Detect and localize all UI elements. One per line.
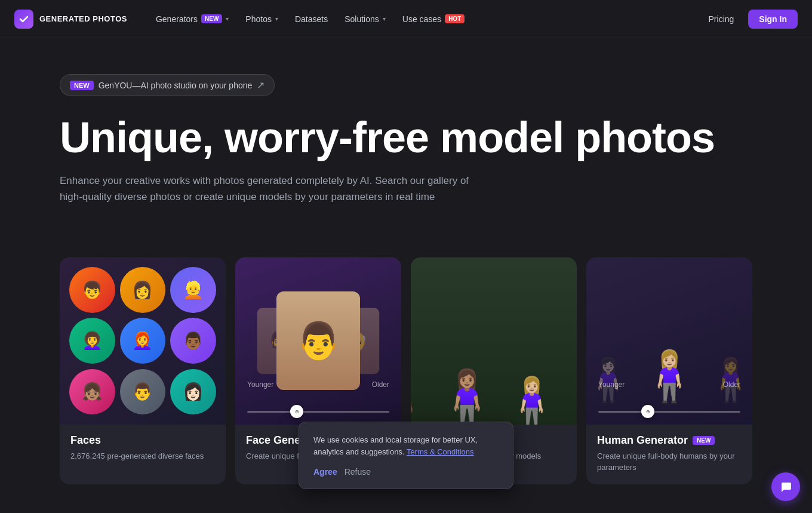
card-faces-title: Faces xyxy=(70,434,215,447)
nav-links: Generators New ▾ Photos ▾ Datasets Solut… xyxy=(149,10,699,29)
cookie-text: We use cookies and local storage for bet… xyxy=(313,434,499,457)
chat-widget-button[interactable] xyxy=(771,472,800,501)
human-gen-slider-thumb: ⊕ xyxy=(641,405,654,418)
human-gen-age-older: Older xyxy=(723,380,740,389)
age-slider[interactable]: Younger Older ⊕ xyxy=(235,411,401,413)
card-face-gen-image: 🧔 👨 👴 Younger Older ⊕ xyxy=(235,257,401,425)
nav-right: Pricing Sign In xyxy=(699,10,798,29)
age-label-younger: Younger xyxy=(247,380,273,389)
card-human-gen-info: Human Generator New Create unique full-b… xyxy=(586,425,752,484)
cookie-refuse-button[interactable]: Refuse xyxy=(345,467,371,477)
face-avatar-7: 👧🏽 xyxy=(69,369,115,415)
human-fig-left: 🧍🏻‍♀️ xyxy=(586,359,634,401)
card-faces-desc: 2,676,245 pre-generated diverse faces xyxy=(70,450,215,462)
pricing-button[interactable]: Pricing xyxy=(699,10,744,29)
hero-badge-text: GenYOU—AI photo studio on your phone xyxy=(99,81,253,90)
age-slider-track: ⊕ xyxy=(247,411,389,413)
hero-badge-link[interactable]: New GenYOU—AI photo studio on your phone… xyxy=(60,74,275,96)
age-label-older: Older xyxy=(372,380,389,389)
face-avatar-2: 👩 xyxy=(120,267,166,313)
cookie-buttons: Agree Refuse xyxy=(313,467,499,477)
nav-item-photos[interactable]: Photos ▾ xyxy=(238,10,285,29)
nav-solutions-chevron-icon: ▾ xyxy=(383,16,386,22)
fashion-fig-3: 🧍🏼‍♀️ xyxy=(503,282,561,425)
nav-generators-label: Generators xyxy=(156,14,198,24)
card-human-gen-desc: Create unique full-body humans by your p… xyxy=(597,450,742,474)
hero-badge-new-label: New xyxy=(70,81,94,90)
card-human-gen-image: 🧍🏻‍♀️ 🧍🏼‍♀️ 🧍‍♀️ Younger Older ⊕ xyxy=(586,257,752,425)
card-faces[interactable]: 👦 👩 👱 👩‍🦱 👩‍🦰 👨🏾 👧🏽 👨 👩🏻 Faces 2,676,245… xyxy=(60,257,226,484)
human-fig-right: 🧍‍♀️ xyxy=(705,359,752,401)
human-gen-age-younger: Younger xyxy=(598,380,625,389)
nav-item-solutions[interactable]: Solutions ▾ xyxy=(337,10,393,29)
cookie-banner: We use cookies and local storage for bet… xyxy=(299,422,513,489)
face-avatar-5: 👩‍🦰 xyxy=(120,318,166,364)
signin-button[interactable]: Sign In xyxy=(748,10,798,29)
card-fashion-image: 🧍🏿‍♂️ 🧍🏽‍♀️ 🧍🏼‍♀️ 🧍‍♂️ xyxy=(411,257,577,425)
face-avatar-3: 👱 xyxy=(170,267,216,313)
face-gen-main: 👨 xyxy=(276,291,360,390)
card-human-gen-badge: New xyxy=(693,436,715,445)
hero-section: New GenYOU—AI photo studio on your phone… xyxy=(0,38,812,257)
human-gen-slider-track: ⊕ xyxy=(598,411,740,413)
cookie-terms-link[interactable]: Terms & Conditions xyxy=(407,447,474,456)
face-avatar-8: 👨 xyxy=(120,369,166,415)
logo[interactable]: GENERATED PHOTOS xyxy=(14,10,127,29)
card-human-gen-title: Human Generator New xyxy=(597,434,742,447)
face-avatar-1: 👦 xyxy=(69,267,115,313)
fashion-fig-1: 🧍🏿‍♂️ xyxy=(411,282,431,425)
human-gen-age-slider[interactable]: Younger Older ⊕ xyxy=(586,411,752,413)
hero-subtitle: Enhance your creative works with photos … xyxy=(60,173,478,205)
nav-use-cases-badge: Hot xyxy=(445,14,465,23)
fashion-fig-2: 🧍🏽‍♀️ xyxy=(433,257,500,425)
nav-item-datasets[interactable]: Datasets xyxy=(288,10,335,29)
nav-photos-label: Photos xyxy=(245,14,272,24)
card-faces-image: 👦 👩 👱 👩‍🦱 👩‍🦰 👨🏾 👧🏽 👨 👩🏻 xyxy=(60,257,226,425)
nav-photos-chevron-icon: ▾ xyxy=(275,16,278,22)
nav-item-use-cases[interactable]: Use cases Hot xyxy=(395,10,472,29)
age-slider-thumb: ⊕ xyxy=(290,405,303,418)
brand-name: GENERATED PHOTOS xyxy=(39,14,127,23)
human-fig-center: 🧍🏼‍♀️ xyxy=(639,352,700,401)
nav-generators-chevron-icon: ▾ xyxy=(226,16,229,22)
navbar: GENERATED PHOTOS Generators New ▾ Photos… xyxy=(0,0,812,38)
human-gen-figures: 🧍🏻‍♀️ 🧍🏼‍♀️ 🧍‍♀️ xyxy=(586,257,752,425)
nav-item-generators[interactable]: Generators New ▾ xyxy=(149,10,236,29)
fashion-fig-4: 🧍‍♂️ xyxy=(563,282,577,425)
hero-badge-arrow-icon: ↗ xyxy=(257,79,264,91)
hero-title: Unique, worry-free model photos xyxy=(60,115,752,161)
logo-icon xyxy=(14,10,33,29)
cookie-agree-button[interactable]: Agree xyxy=(313,467,337,477)
face-avatar-6: 👨🏾 xyxy=(170,318,216,364)
nav-datasets-label: Datasets xyxy=(295,14,328,24)
card-human-generator[interactable]: 🧍🏻‍♀️ 🧍🏼‍♀️ 🧍‍♀️ Younger Older ⊕ xyxy=(586,257,752,484)
card-faces-info: Faces 2,676,245 pre-generated diverse fa… xyxy=(60,425,226,473)
nav-generators-badge: New xyxy=(201,14,222,23)
nav-use-cases-label: Use cases xyxy=(402,14,441,24)
chat-icon xyxy=(779,480,792,493)
face-avatar-9: 👩🏻 xyxy=(170,369,216,415)
nav-solutions-label: Solutions xyxy=(345,14,379,24)
face-avatar-4: 👩‍🦱 xyxy=(69,318,115,364)
